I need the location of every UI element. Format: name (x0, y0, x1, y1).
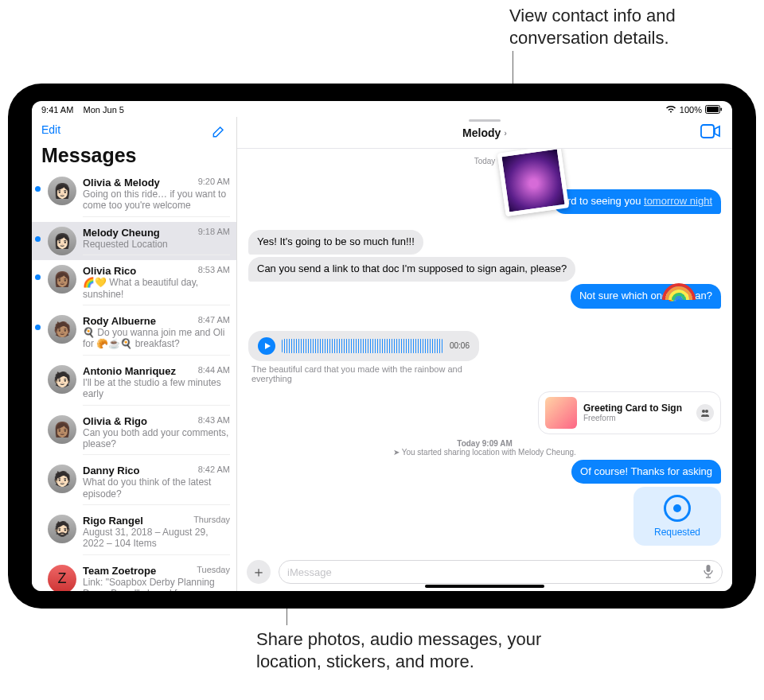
location-request-label: Requested (641, 527, 713, 538)
svg-rect-4 (701, 125, 714, 138)
voice-message[interactable]: 00:06 (248, 331, 479, 361)
link-title: Greeting Card to Sign (583, 402, 690, 414)
wifi-icon (665, 105, 676, 115)
conv-preview: What do you think of the latest episode? (83, 476, 230, 500)
sent-bubble[interactable]: Not sure which one🌈mean? (571, 284, 721, 309)
conv-preview: Can you both add your comments, please? (83, 427, 230, 450)
battery-text: 100% (680, 105, 702, 115)
conv-name: Rody Albuerne (83, 315, 156, 327)
sidebar: Edit Messages 👩🏻 Olivia & Melody9:20 AM … (32, 117, 237, 591)
sent-bubble[interactable]: Of course! Thanks for asking (571, 460, 721, 484)
received-bubble[interactable]: Can you send a link to that doc I'm supp… (248, 257, 575, 282)
svg-rect-7 (707, 565, 711, 572)
conv-time: 9:18 AM (198, 227, 230, 239)
conv-time: 8:47 AM (198, 315, 230, 327)
conversation-item[interactable]: 🧑🏻 Antonio Manriquez8:44 AM I'll be at t… (32, 360, 236, 410)
content: Edit Messages 👩🏻 Olivia & Melody9:20 AM … (32, 117, 732, 591)
avatar: 🧑🏻 (48, 465, 76, 493)
callout-bottom: Share photos, audio messages, your locat… (256, 628, 591, 672)
avatar: 🧑🏽 (48, 315, 76, 344)
home-indicator[interactable] (425, 585, 544, 588)
conv-name: Melody Cheung (83, 227, 160, 239)
status-right: 100% (665, 105, 723, 115)
status-bar: 9:41 AM Mon Jun 5 100% (32, 101, 732, 117)
conversation-item[interactable]: 🧑🏻 Danny Rico8:42 AM What do you think o… (32, 460, 236, 510)
conversation-item[interactable]: 🧔🏻 Rigo RangelThursday August 31, 2018 –… (32, 510, 236, 560)
mic-button[interactable] (703, 564, 714, 581)
compose-button[interactable] (211, 123, 227, 142)
received-bubble[interactable]: Yes! It's going to be so much fun!!! (248, 230, 423, 255)
avatar: 🧔🏻 (48, 515, 76, 543)
message-input[interactable]: iMessage (279, 560, 723, 584)
contact-name-label: Melody (462, 126, 501, 139)
contact-name-button[interactable]: Melody › (462, 126, 507, 139)
link-subtitle: Freeform (583, 414, 690, 422)
play-button[interactable] (258, 337, 275, 355)
avatar: 👩🏻 (48, 227, 76, 255)
avatar: 👩🏽 (48, 265, 76, 294)
conversation-item[interactable]: 👩🏽 Olivia & Rigo8:43 AM Can you both add… (32, 410, 236, 461)
plus-icon: ＋ (251, 562, 266, 581)
avatar: 🧑🏻 (48, 365, 76, 394)
conversation-item[interactable]: Z Team ZoetropeTuesday Link: "Soapbox De… (32, 560, 236, 591)
photo-attachment[interactable] (497, 149, 569, 216)
message-link[interactable]: tomorrow night (644, 195, 712, 207)
add-attachment-button[interactable]: ＋ (247, 560, 271, 584)
unread-dot (35, 274, 41, 280)
rainbow-sticker[interactable] (661, 273, 697, 301)
sent-bubble[interactable]: ard to seeing you tomorrow night (553, 189, 721, 214)
conv-preview: August 31, 2018 – August 29, 2022 – 104 … (83, 527, 230, 550)
conv-name: Danny Rico (83, 465, 140, 476)
message-thread[interactable]: Today ard to seeing you tomorrow night Y… (237, 149, 732, 554)
edit-button[interactable]: Edit (41, 123, 60, 136)
sidebar-header: Edit (32, 117, 236, 144)
conversation-item[interactable]: 👩🏻 Olivia & Melody9:20 AM Going on this … (32, 172, 236, 222)
conv-name: Olivia & Rigo (83, 415, 147, 427)
conversation-list[interactable]: 👩🏻 Olivia & Melody9:20 AM Going on this … (32, 172, 236, 591)
location-request[interactable]: Requested (633, 487, 721, 546)
sidebar-title: Messages (32, 144, 236, 172)
voice-duration: 00:06 (450, 341, 470, 350)
conv-name: Olivia Rico (83, 265, 136, 277)
status-time: 9:41 AM (41, 105, 73, 115)
system-text: You started sharing location with Melody… (402, 448, 576, 457)
svg-point-5 (702, 410, 705, 413)
screen: 9:41 AM Mon Jun 5 100% Edit (32, 101, 732, 591)
conversation-item[interactable]: 👩🏽 Olivia Rico8:53 AM 🌈💛 What a beautifu… (32, 260, 236, 310)
conversation-topbar: Melody › (237, 117, 732, 149)
conversation-item[interactable]: 🧑🏽 Rody Albuerne8:47 AM 🍳 Do you wanna j… (32, 310, 236, 360)
conversation-item[interactable]: 👩🏻 Melody Cheung9:18 AM Requested Locati… (32, 222, 236, 260)
play-icon (265, 343, 271, 349)
system-time: Today 9:09 AM (457, 439, 512, 448)
facetime-button[interactable] (700, 124, 721, 141)
svg-rect-1 (707, 107, 719, 112)
conv-time: 9:20 AM (198, 177, 230, 189)
conv-time: 8:42 AM (198, 465, 230, 476)
conv-time: 8:43 AM (198, 415, 230, 427)
avatar: 👩🏽 (48, 415, 76, 444)
chevron-right-icon: › (504, 128, 507, 138)
status-left: 9:41 AM Mon Jun 5 (41, 105, 124, 115)
conv-time: 8:53 AM (198, 265, 230, 277)
conv-preview: 🍳 Do you wanna join me and Oli for 🥐☕🍳 b… (83, 327, 230, 350)
conv-name: Antonio Manriquez (83, 365, 176, 377)
conv-preview: Link: "Soapbox Derby Planning Demo Board… (83, 577, 230, 591)
bubble-text: ard to seeing you (562, 195, 644, 207)
voice-transcript: The beautiful card that you made with th… (248, 361, 479, 385)
message-placeholder: iMessage (287, 566, 703, 578)
avatar: 👩🏻 (48, 177, 76, 205)
people-icon (696, 404, 714, 422)
conv-preview: Going on this ride… if you want to come … (83, 189, 230, 212)
svg-point-6 (705, 410, 708, 413)
link-card[interactable]: Greeting Card to Sign Freeform (538, 391, 721, 434)
conv-preview: 🌈💛 What a beautiful day, sunshine! (83, 277, 230, 300)
ipad-frame: 9:41 AM Mon Jun 5 100% Edit (8, 84, 756, 609)
grabber[interactable] (469, 119, 501, 122)
conv-time: 8:44 AM (198, 365, 230, 377)
battery-icon (705, 105, 723, 115)
link-thumbnail (545, 397, 577, 429)
unread-dot (35, 186, 41, 192)
waveform (282, 339, 443, 353)
avatar: Z (48, 565, 76, 591)
date-stamp: Today (248, 157, 721, 165)
